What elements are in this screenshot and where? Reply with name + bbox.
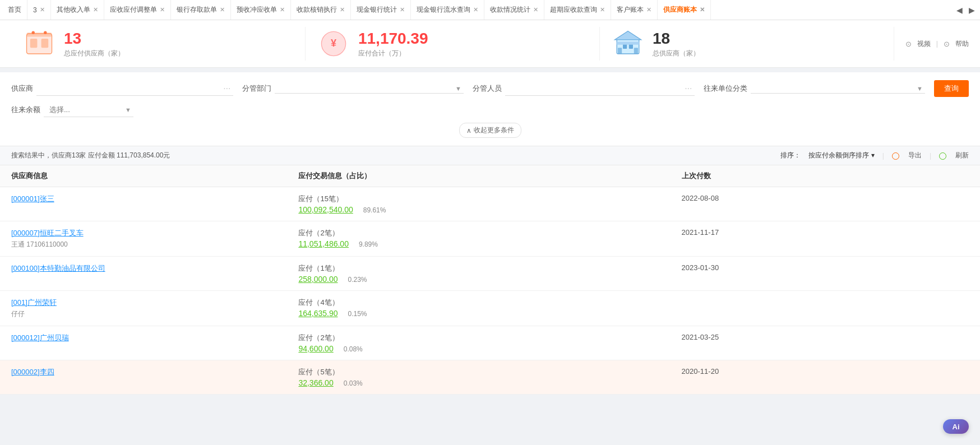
top-right-links: ⊙ 视频 | ⊙ 帮助 bbox=[894, 39, 969, 49]
table-row: [000007]恒旺二手叉车 王通 17106110000 应付（2笔） 11,… bbox=[0, 221, 980, 257]
filter-item-supplier: 供应商 ··· bbox=[11, 81, 233, 96]
supplier-input-wrapper[interactable]: ··· bbox=[36, 81, 233, 96]
filter-label-balance: 往来余额 bbox=[11, 105, 40, 115]
nav-tab-supplier-book[interactable]: 供应商账本 ✕ bbox=[658, 0, 711, 20]
lastpay-date-5: 2020-11-20 bbox=[682, 367, 719, 376]
filter-item-person: 分管人员 ··· bbox=[473, 81, 695, 96]
summary-item-total-suppliers: 18 总供应商（家） bbox=[600, 27, 894, 61]
supplier-name-4[interactable]: [000012]广州贝瑞 bbox=[11, 333, 69, 342]
refresh-icon bbox=[939, 151, 947, 159]
lastpay-date-2: 2023-01-30 bbox=[682, 263, 719, 272]
txn-row-2: 258,000.00 0.23% bbox=[298, 274, 681, 284]
table-row: [000012]广州贝瑞 应付（2笔） 94,600.00 0.08% 2021… bbox=[0, 326, 980, 360]
collapse-button[interactable]: ∧ 收起更多条件 bbox=[459, 123, 521, 138]
txn-percent-4: 0.08% bbox=[344, 345, 363, 353]
txn-amount-2[interactable]: 258,000.00 bbox=[298, 275, 338, 284]
txn-amount-0[interactable]: 100,092,540.00 bbox=[298, 205, 353, 214]
nav-tab-receipt-stat[interactable]: 收款情况统计 ✕ bbox=[484, 0, 544, 20]
summary-item-ap-suppliers: 13 总应付供应商（家） bbox=[11, 27, 306, 61]
nav-tab-other-income[interactable]: 其他收入单 ✕ bbox=[51, 0, 104, 20]
help-link[interactable]: 帮助 bbox=[955, 39, 969, 49]
summary-text-total-suppliers: 18 总供应商（家） bbox=[653, 29, 700, 59]
supplier-name-2[interactable]: [000100]本特勤油品有限公司 bbox=[11, 264, 105, 272]
svg-marker-9 bbox=[615, 31, 641, 40]
summary-number-ap-total: 11,170.39 bbox=[358, 29, 428, 48]
txn-amount-5[interactable]: 32,366.00 bbox=[298, 378, 333, 387]
supplier-dots-icon: ··· bbox=[223, 84, 230, 94]
nav-tab-bank[interactable]: 银行存取款单 ✕ bbox=[171, 0, 231, 20]
nav-tab-3-close[interactable]: ✕ bbox=[40, 6, 45, 13]
nav-scroll-left[interactable]: ◀ bbox=[953, 0, 965, 20]
filter-item-category: 往来单位分类 ▼ bbox=[704, 84, 926, 94]
txn-row-4: 94,600.00 0.08% bbox=[298, 343, 681, 353]
person-input[interactable] bbox=[507, 82, 685, 94]
sort-value[interactable]: 按应付余额倒序排序 ▾ bbox=[808, 151, 874, 160]
dept-input-wrapper[interactable]: ▼ bbox=[275, 84, 464, 94]
supplier-cell-0: [000001]张三 bbox=[11, 194, 298, 204]
nav-tab-receipt[interactable]: 收款核销执行 ✕ bbox=[291, 0, 351, 20]
supplier-input[interactable] bbox=[39, 82, 223, 94]
svg-rect-12 bbox=[617, 41, 639, 44]
category-input-wrapper[interactable]: ▼ bbox=[751, 84, 926, 94]
txn-amount-4[interactable]: 94,600.00 bbox=[298, 344, 333, 353]
nav-tab-other-income-label: 其他收入单 bbox=[57, 5, 90, 15]
search-button[interactable]: 查询 bbox=[934, 80, 969, 97]
supplier-name-1[interactable]: [000007]恒旺二手叉车 bbox=[11, 229, 84, 237]
nav-tab-cash-stat[interactable]: 现金银行统计 ✕ bbox=[351, 0, 411, 20]
summary-item-ap-total: ¥ 11,170.39 应付合计（万） bbox=[306, 27, 600, 61]
lastpay-date-0: 2022-08-08 bbox=[682, 194, 719, 202]
txn-percent-5: 0.03% bbox=[344, 379, 363, 387]
nav-tab-ar-ap-close[interactable]: ✕ bbox=[160, 6, 165, 13]
nav-tab-receipt-stat-close[interactable]: ✕ bbox=[533, 6, 538, 13]
balance-input-wrapper[interactable]: ▼ bbox=[44, 103, 133, 117]
nav-tab-overdue-label: 超期应收款查询 bbox=[550, 5, 597, 15]
table-row: [000100]本特勤油品有限公司 应付（1笔） 258,000.00 0.23… bbox=[0, 257, 980, 291]
nav-tab-cash-flow-label: 现金银行流水查询 bbox=[417, 5, 470, 15]
lastpay-cell-0: 2022-08-08 bbox=[682, 194, 873, 202]
nav-tab-supplier-book-label: 供应商账本 bbox=[663, 5, 697, 15]
supplier-name-3[interactable]: [001]广州荣轩 bbox=[11, 298, 57, 307]
result-bar: 搜索结果中，供应商13家 应付金额 111,703,854.00元 排序： 按应… bbox=[0, 146, 980, 165]
nav-tab-customer-book[interactable]: 客户账本 ✕ bbox=[611, 0, 658, 20]
nav-tab-cash-flow-close[interactable]: ✕ bbox=[473, 6, 478, 13]
nav-tab-overdue-close[interactable]: ✕ bbox=[600, 6, 605, 13]
table-row: [000002]李四 应付（5笔） 32,366.00 0.03% 2020-1… bbox=[0, 360, 980, 395]
nav-tab-overdue[interactable]: 超期应收款查询 ✕ bbox=[544, 0, 611, 20]
nav-tab-receipt-label: 收款核销执行 bbox=[297, 5, 337, 15]
balance-input[interactable] bbox=[46, 104, 125, 115]
nav-tab-cash-stat-close[interactable]: ✕ bbox=[400, 6, 405, 13]
nav-tab-receipt-close[interactable]: ✕ bbox=[340, 6, 345, 13]
nav-tab-ar-ap[interactable]: 应收应付调整单 ✕ bbox=[104, 0, 171, 20]
nav-tab-supplier-book-close[interactable]: ✕ bbox=[700, 6, 705, 13]
person-input-wrapper[interactable]: ··· bbox=[505, 81, 695, 96]
nav-tab-customer-book-label: 客户账本 bbox=[617, 5, 644, 15]
supplier-name-5[interactable]: [000002]李四 bbox=[11, 368, 54, 376]
nav-tab-prepay-close[interactable]: ✕ bbox=[280, 6, 285, 13]
txn-amount-1[interactable]: 11,051,486.00 bbox=[298, 239, 349, 248]
summary-label-total-suppliers: 总供应商（家） bbox=[653, 49, 700, 58]
summary-text-ap-total: 11,170.39 应付合计（万） bbox=[358, 29, 428, 59]
txn-cell-3: 应付（4笔） 164,635.90 0.15% bbox=[298, 298, 681, 318]
lastpay-cell-5: 2020-11-20 bbox=[682, 367, 873, 376]
nav-tab-other-income-close[interactable]: ✕ bbox=[93, 6, 98, 13]
nav-tab-prepay[interactable]: 预收冲应收单 ✕ bbox=[231, 0, 291, 20]
col-header-supplier: 供应商信息 bbox=[11, 171, 298, 181]
supplier-name-0[interactable]: [000001]张三 bbox=[11, 194, 54, 203]
balance-chevron-icon: ▼ bbox=[125, 106, 131, 113]
summary-text-ap-suppliers: 13 总应付供应商（家） bbox=[64, 29, 124, 59]
nav-tab-customer-book-close[interactable]: ✕ bbox=[646, 6, 651, 13]
txn-label-1: 应付（2笔） bbox=[298, 228, 681, 238]
txn-amount-3[interactable]: 164,635.90 bbox=[298, 309, 338, 318]
nav-tab-3[interactable]: 3 ✕ bbox=[27, 0, 51, 20]
video-link[interactable]: 视频 bbox=[917, 39, 931, 49]
store-icon bbox=[611, 27, 645, 61]
top-navigation: 首页 3 ✕ 其他收入单 ✕ 应收应付调整单 ✕ 银行存取款单 ✕ 预收冲应收单… bbox=[0, 0, 980, 20]
nav-tab-bank-close[interactable]: ✕ bbox=[220, 6, 225, 13]
export-button[interactable]: 导出 bbox=[908, 151, 922, 160]
summary-number-ap-suppliers: 13 bbox=[64, 29, 124, 48]
nav-tab-cash-stat-label: 现金银行统计 bbox=[357, 5, 397, 15]
nav-tab-cash-flow[interactable]: 现金银行流水查询 ✕ bbox=[411, 0, 484, 20]
nav-tab-home[interactable]: 首页 bbox=[2, 0, 27, 20]
nav-scroll-right[interactable]: ▶ bbox=[965, 0, 978, 20]
refresh-button[interactable]: 刷新 bbox=[955, 151, 969, 160]
